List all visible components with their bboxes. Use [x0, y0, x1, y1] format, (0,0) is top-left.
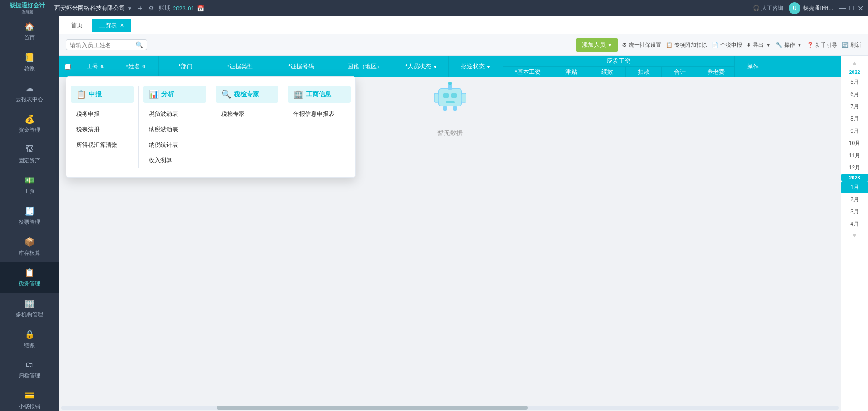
- export-arrow-icon: ▼: [766, 42, 771, 48]
- tab-home[interactable]: 首页: [63, 19, 90, 32]
- sidebar-item-close-period[interactable]: 🔒 结账: [0, 324, 59, 355]
- sidebar-item-payroll[interactable]: 💵 工资: [0, 170, 59, 201]
- window-controls: — □ ✕: [839, 4, 863, 13]
- cal-month-8[interactable]: 8月: [841, 113, 868, 125]
- th-status-label: *人员状态: [405, 63, 431, 71]
- scrollbar-thumb[interactable]: [217, 406, 528, 410]
- search-icon[interactable]: 🔍: [136, 41, 143, 48]
- tab-home-label: 首页: [71, 22, 82, 29]
- th-emp-no: 工号 ⇅: [77, 56, 113, 77]
- cal-year-2022: 2022: [841, 68, 868, 76]
- status-filter-icon[interactable]: ▼: [433, 64, 437, 69]
- cal-month-4-2023[interactable]: 4月: [841, 218, 868, 230]
- invoice-icon: 🧾: [24, 206, 34, 216]
- analysis-icon: 📊: [149, 89, 159, 99]
- action-social-security[interactable]: ⚙ 统一社保设置: [622, 41, 661, 49]
- th-name-label: *姓名: [126, 63, 140, 71]
- top-bar: 畅捷通好会计 旗舰版 西安虾米网络科技有限公司 ▼ ＋ ⚙ 账期 2023-01…: [0, 0, 868, 16]
- sidebar-item-home[interactable]: 🏠 首页: [0, 16, 59, 47]
- th-id-type: *证据类型: [213, 56, 267, 77]
- annual-report-item[interactable]: 年报信息申报表: [288, 106, 351, 122]
- cal-month-12[interactable]: 12月: [841, 162, 868, 174]
- svg-rect-8: [443, 106, 447, 111]
- name-sort-icon[interactable]: ⇅: [142, 64, 145, 69]
- tax-dropdown-menu: 📋 申报 税务申报 税表清册 所得税汇算清缴 📊 分析 税负波动表: [66, 76, 356, 178]
- select-all-checkbox[interactable]: [65, 64, 71, 70]
- income-check-item[interactable]: 收入测算: [143, 153, 206, 168]
- tax-stat-item[interactable]: 纳税统计表: [143, 137, 206, 153]
- period-display: 账期 2023-01 📅: [159, 4, 204, 12]
- sidebar-item-fund[interactable]: 💰 资金管理: [0, 109, 59, 140]
- cal-up-nav[interactable]: ▲: [852, 58, 858, 68]
- calendar-panel: ▲ 2022 5月 6月 7月 8月 9月 10月 11月 12月 2023 1…: [841, 56, 868, 411]
- cal-month-1-2023[interactable]: 1月: [841, 181, 868, 193]
- income-tax-calc-item[interactable]: 所得税汇算清缴: [71, 137, 134, 153]
- sidebar-item-multi-org[interactable]: 🏢 多机构管理: [0, 293, 59, 324]
- user-menu[interactable]: U 畅捷通B组...: [789, 2, 833, 14]
- svg-rect-3: [446, 101, 455, 103]
- tab-close-button[interactable]: ✕: [120, 22, 124, 29]
- sidebar-item-cloud-report[interactable]: ☁ 云报表中心: [0, 78, 59, 109]
- action-operations[interactable]: 🔧 操作 ▼: [776, 41, 802, 49]
- personal-tax-icon: 📄: [712, 42, 718, 48]
- action-new-guide[interactable]: ❓ 新手引导: [807, 41, 837, 49]
- search-input[interactable]: [70, 42, 133, 48]
- maximize-icon[interactable]: □: [849, 4, 854, 12]
- horizontal-scrollbar[interactable]: [59, 404, 841, 411]
- sidebar-item-tax[interactable]: 📋 税务管理: [0, 262, 59, 293]
- tax-dynamic-item[interactable]: 纳税波动表: [143, 122, 206, 137]
- svg-rect-6: [434, 93, 439, 102]
- empty-icon: [432, 77, 468, 122]
- export-label: 导出: [753, 41, 764, 49]
- sidebar-item-expense[interactable]: 💳 小畅报销: [0, 385, 59, 411]
- period-label: 账期: [159, 4, 170, 12]
- support-label: 人工咨询: [761, 5, 783, 12]
- th-wage-group: 应发工资 *基本工资 津贴 绩效 扣款 合计 养老费: [503, 56, 735, 77]
- add-company-button[interactable]: ＋: [136, 4, 144, 13]
- tax-form-item[interactable]: 税表清册: [71, 122, 134, 137]
- action-export[interactable]: ⬇ 导出 ▼: [747, 41, 771, 49]
- company-selector[interactable]: 西安虾米网络科技有限公司 ▼: [54, 4, 132, 12]
- avatar: U: [789, 2, 800, 14]
- close-icon[interactable]: ✕: [858, 4, 863, 13]
- analysis-header: 📊 分析: [143, 86, 206, 103]
- sidebar-item-inventory[interactable]: 📦 库存核算: [0, 232, 59, 262]
- cal-month-9[interactable]: 9月: [841, 125, 868, 137]
- action-special-deduction[interactable]: 📋 专项附加扣除: [666, 41, 707, 49]
- cal-month-7[interactable]: 7月: [841, 101, 868, 113]
- action-personal-tax[interactable]: 📄 个税申报: [712, 41, 742, 49]
- th-checkbox[interactable]: [59, 56, 77, 77]
- th-wage-group-label: 应发工资: [607, 57, 630, 65]
- cal-month-11[interactable]: 11月: [841, 150, 868, 162]
- scrollbar-track[interactable]: [61, 406, 839, 410]
- tax-expert-label: 税检专家: [234, 90, 259, 98]
- minimize-icon[interactable]: —: [839, 4, 846, 12]
- cal-month-3-2023[interactable]: 3月: [841, 206, 868, 218]
- cal-month-5[interactable]: 5月: [841, 76, 868, 88]
- sidebar-item-archive[interactable]: 🗂 归档管理: [0, 355, 59, 385]
- cal-month-2-2023[interactable]: 2月: [841, 193, 868, 206]
- tab-payroll-table[interactable]: 工资表 ✕: [92, 19, 131, 32]
- settings-icon[interactable]: ⚙: [148, 5, 154, 12]
- action-refresh[interactable]: 🔄 刷新: [842, 41, 861, 49]
- th-emp-no-label: 工号: [87, 63, 98, 71]
- cal-month-6[interactable]: 6月: [841, 88, 868, 101]
- support-button[interactable]: 🎧 人工咨询: [753, 5, 783, 12]
- calendar-icon[interactable]: 📅: [197, 5, 204, 12]
- report-status-filter-icon[interactable]: ▼: [486, 64, 491, 69]
- cal-month-10[interactable]: 10月: [841, 137, 868, 150]
- table-header: 工号 ⇅ *姓名 ⇅ *部门 *证据类型 *证据号码: [59, 56, 841, 77]
- th-dept: *部门: [159, 56, 213, 77]
- sidebar-item-ledger[interactable]: 📒 总账: [0, 47, 59, 78]
- cal-down-nav[interactable]: ▼: [852, 230, 858, 240]
- tax-burden-item[interactable]: 税负波动表: [143, 106, 206, 122]
- emp-no-sort-icon[interactable]: ⇅: [100, 64, 104, 69]
- tax-expert-item[interactable]: 税检专家: [216, 106, 279, 122]
- multi-org-icon: 🏢: [24, 299, 34, 309]
- search-wrap[interactable]: 🔍: [66, 39, 147, 50]
- add-person-button[interactable]: 添加人员 ▼: [576, 38, 618, 52]
- sidebar-item-invoice[interactable]: 🧾 发票管理: [0, 201, 59, 232]
- ledger-icon: 📒: [24, 53, 34, 63]
- sidebar-item-fixed-assets[interactable]: 🏗 固定资产: [0, 140, 59, 170]
- tax-report-item[interactable]: 税务申报: [71, 106, 134, 122]
